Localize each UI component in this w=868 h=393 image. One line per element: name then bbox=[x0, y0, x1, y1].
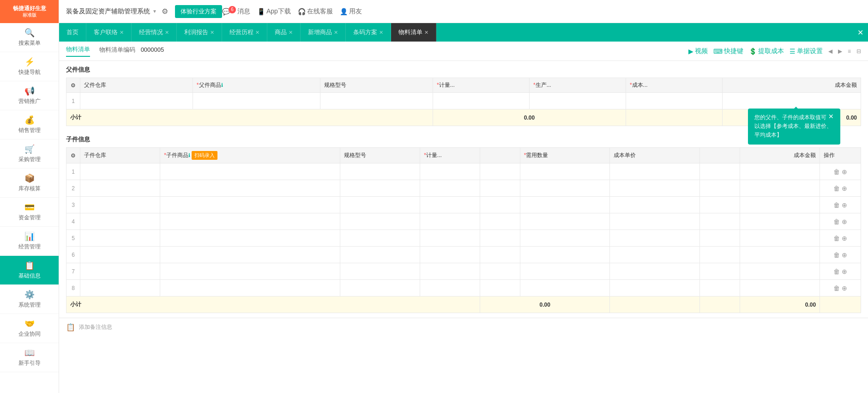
child-amount-1[interactable] bbox=[740, 163, 820, 180]
child-spec-6[interactable] bbox=[340, 247, 420, 263]
copy-icon-6[interactable]: ⊕ bbox=[842, 251, 847, 259]
message-icon-wrap[interactable]: 💬 6 消息 bbox=[222, 7, 250, 16]
th-settings[interactable]: ⚙ bbox=[66, 78, 80, 93]
child-warehouse-7[interactable] bbox=[80, 263, 160, 280]
child-goods-1[interactable] bbox=[160, 163, 340, 180]
child-qty-7[interactable] bbox=[520, 263, 610, 280]
delete-icon-2[interactable]: 🗑 bbox=[833, 185, 840, 192]
child-qty-3[interactable] bbox=[520, 197, 610, 213]
child-goods-6[interactable] bbox=[160, 247, 340, 263]
child-warehouse-8[interactable] bbox=[80, 280, 160, 296]
child-unit-8[interactable] bbox=[420, 280, 480, 296]
child-unit-6[interactable] bbox=[420, 247, 480, 263]
tab-new-goods[interactable]: 新增商品 ✕ bbox=[301, 23, 346, 42]
tab-operations-close[interactable]: ✕ bbox=[165, 30, 169, 36]
child-spec-2[interactable] bbox=[340, 180, 420, 197]
parent-warehouse-cell[interactable] bbox=[80, 93, 193, 109]
delete-icon-5[interactable]: 🗑 bbox=[833, 235, 840, 242]
child-goods-3[interactable] bbox=[160, 197, 340, 213]
sidebar-item-search[interactable]: 🔍 搜索菜单 bbox=[0, 23, 59, 52]
child-unit-cost-2[interactable] bbox=[610, 180, 700, 197]
parent-cost-amount-cell[interactable] bbox=[722, 93, 861, 109]
tab-barcode[interactable]: 条码方案 ✕ bbox=[346, 23, 391, 42]
child-goods-4[interactable] bbox=[160, 213, 340, 230]
parent-spec-cell[interactable] bbox=[320, 93, 433, 109]
close-all-tabs[interactable]: ✕ bbox=[853, 28, 868, 37]
tab-customer[interactable]: 客户联络 ✕ bbox=[86, 23, 132, 42]
child-unit-4[interactable] bbox=[420, 213, 480, 230]
child-unit-cost-8[interactable] bbox=[610, 280, 700, 296]
copy-icon-4[interactable]: ⊕ bbox=[842, 218, 847, 225]
child-warehouse-4[interactable] bbox=[80, 213, 160, 230]
child-amount-4[interactable] bbox=[740, 213, 820, 230]
child-unit-2[interactable] bbox=[420, 180, 480, 197]
sidebar-item-sales[interactable]: 💰 销售管理 bbox=[0, 110, 59, 139]
nav-next[interactable]: ▶ bbox=[838, 48, 842, 54]
delete-icon-6[interactable]: 🗑 bbox=[833, 251, 840, 259]
nav-grid[interactable]: ≡ bbox=[848, 48, 851, 54]
sidebar-item-enterprise[interactable]: 🤝 企业协同 bbox=[0, 314, 59, 343]
delete-icon-7[interactable]: 🗑 bbox=[833, 268, 840, 275]
child-warehouse-3[interactable] bbox=[80, 197, 160, 213]
online-support-wrap[interactable]: 🎧 在线客服 bbox=[298, 7, 333, 16]
delete-icon-8[interactable]: 🗑 bbox=[833, 284, 840, 292]
copy-icon-7[interactable]: ⊕ bbox=[842, 268, 847, 275]
sidebar-item-operations[interactable]: 📊 经营管理 bbox=[0, 227, 59, 256]
tab-home[interactable]: 首页 bbox=[59, 23, 86, 42]
tab-goods-close[interactable]: ✕ bbox=[289, 30, 293, 36]
tab-profit-close[interactable]: ✕ bbox=[210, 30, 214, 36]
child-qty-5[interactable] bbox=[520, 230, 610, 247]
child-qty-4[interactable] bbox=[520, 213, 610, 230]
sidebar-item-purchase[interactable]: 🛒 采购管理 bbox=[0, 139, 59, 169]
tab-history-close[interactable]: ✕ bbox=[255, 30, 259, 36]
sidebar-item-inventory[interactable]: 📦 库存核算 bbox=[0, 169, 59, 198]
child-amount-7[interactable] bbox=[740, 263, 820, 280]
sidebar-item-finance[interactable]: 💳 资金管理 bbox=[0, 198, 59, 227]
child-spec-1[interactable] bbox=[340, 163, 420, 180]
child-unit-1[interactable] bbox=[420, 163, 480, 180]
setting-icon[interactable]: ☰ 单据设置 bbox=[790, 47, 823, 55]
child-unit-cost-5[interactable] bbox=[610, 230, 700, 247]
child-unit-cost-1[interactable] bbox=[610, 163, 700, 180]
delete-icon-3[interactable]: 🗑 bbox=[833, 201, 840, 209]
child-unit-cost-4[interactable] bbox=[610, 213, 700, 230]
settings-icon[interactable]: ⚙ bbox=[162, 7, 168, 16]
child-spec-4[interactable] bbox=[340, 213, 420, 230]
delete-icon-4[interactable]: 🗑 bbox=[833, 218, 840, 225]
sub-tab-bom[interactable]: 物料清单 bbox=[66, 45, 90, 57]
child-qty-1[interactable] bbox=[520, 163, 610, 180]
tab-bom[interactable]: 物料清单 ✕ bbox=[391, 23, 436, 42]
tab-customer-close[interactable]: ✕ bbox=[120, 30, 124, 36]
sidebar-item-marketing[interactable]: 📢 营销推广 bbox=[0, 81, 59, 110]
copy-icon-5[interactable]: ⊕ bbox=[842, 235, 847, 242]
child-qty-6[interactable] bbox=[520, 247, 610, 263]
child-amount-5[interactable] bbox=[740, 230, 820, 247]
cost-icon[interactable]: 💲 提取成本 bbox=[749, 47, 784, 55]
sidebar-item-system[interactable]: ⚙️ 系统管理 bbox=[0, 285, 59, 314]
child-unit-cost-7[interactable] bbox=[610, 263, 700, 280]
tab-bom-close[interactable]: ✕ bbox=[424, 30, 428, 36]
child-qty-2[interactable] bbox=[520, 180, 610, 197]
shortcut-icon[interactable]: ⌨ 快捷键 bbox=[713, 47, 743, 55]
tab-history[interactable]: 经营历程 ✕ bbox=[222, 23, 267, 42]
child-warehouse-2[interactable] bbox=[80, 180, 160, 197]
child-goods-8[interactable] bbox=[160, 280, 340, 296]
user-wrap[interactable]: 👤 用友 bbox=[340, 7, 362, 16]
app-download-wrap[interactable]: 📱 App下载 bbox=[257, 7, 291, 16]
child-unit-cost-6[interactable] bbox=[610, 247, 700, 263]
child-spec-5[interactable] bbox=[340, 230, 420, 247]
tab-new-goods-close[interactable]: ✕ bbox=[334, 30, 338, 36]
child-goods-2[interactable] bbox=[160, 180, 340, 197]
tab-operations[interactable]: 经营情况 ✕ bbox=[132, 23, 177, 42]
child-amount-8[interactable] bbox=[740, 280, 820, 296]
child-amount-2[interactable] bbox=[740, 180, 820, 197]
sidebar-item-basic-info[interactable]: 📋 基础信息 bbox=[0, 256, 59, 285]
delete-icon-1[interactable]: 🗑 bbox=[833, 168, 840, 175]
scan-button[interactable]: 扫码录入 bbox=[192, 151, 217, 160]
tab-profit[interactable]: 利润报告 ✕ bbox=[177, 23, 222, 42]
sidebar-item-quick-nav[interactable]: ⚡ 快捷导航 bbox=[0, 52, 59, 81]
bottom-text[interactable]: 添加备注信息 bbox=[79, 323, 112, 331]
child-th-settings[interactable]: ⚙ bbox=[66, 148, 80, 163]
tab-barcode-close[interactable]: ✕ bbox=[379, 30, 383, 36]
child-spec-8[interactable] bbox=[340, 280, 420, 296]
